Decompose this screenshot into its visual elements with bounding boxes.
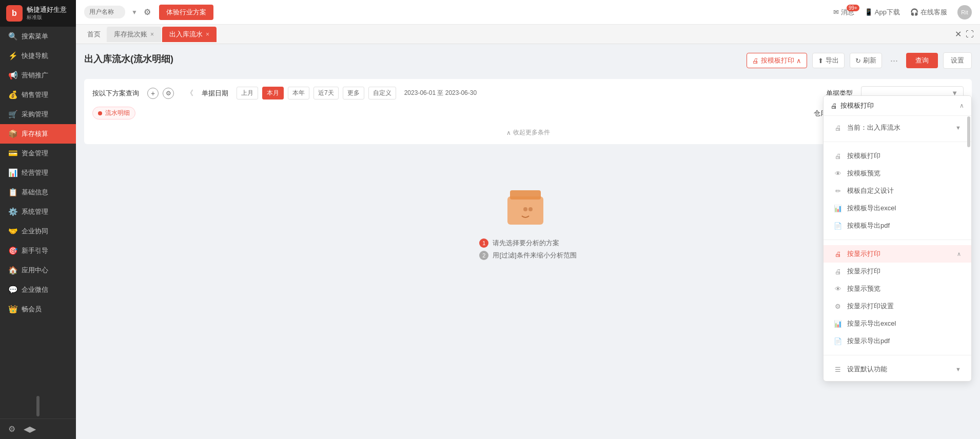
online-service-btn[interactable]: 🎧 在线客服: [910, 8, 947, 17]
dp-divider-2: [824, 240, 971, 240]
dp-display-arrow: ∧: [957, 251, 961, 257]
marketing-icon: 📢: [8, 71, 17, 80]
dp-template-pdf[interactable]: 📄 按模板导出pdf: [824, 217, 971, 234]
sidebar-item-apps[interactable]: 🏠应用中心: [0, 261, 76, 280]
sidebar: b 畅捷通好生意 标准版 🔍搜索菜单⚡快捷导航📢营销推广💰销售管理🛒采购管理📦库…: [0, 0, 76, 439]
dp-display-print[interactable]: 🖨 按显示打印: [824, 263, 971, 280]
dp-scrollbar[interactable]: [967, 116, 970, 147]
dp-set-default[interactable]: ☰ 设置默认功能 ▼: [824, 361, 971, 378]
empty-steps: 1 请先选择要分析的方案 2 用[过滤]条件来缩小分析范围: [479, 238, 576, 260]
date-custom[interactable]: 自定义: [368, 87, 396, 99]
tab-close-btn[interactable]: ✕: [955, 29, 962, 39]
sidebar-item-wechat[interactable]: 💬企业微信: [0, 280, 76, 300]
tabbar: 首页 库存批次账 × 出入库流水 × ✕ ⛶: [76, 25, 980, 44]
dp-display-pdf[interactable]: 📄 按显示导出pdf: [824, 332, 971, 350]
date-prev-month[interactable]: 上月: [237, 87, 258, 99]
topbar-settings-icon[interactable]: ⚙: [144, 7, 151, 17]
dp-default-section: ☰ 设置默认功能 ▼: [824, 357, 971, 381]
content-area: 出入库流水(流水明细) 🖨 按模板打印 ∧ ⬆ 导出 ↻ 刷新: [76, 44, 980, 439]
step-2-num: 2: [479, 251, 488, 260]
sidebar-item-search[interactable]: 🔍搜索菜单: [0, 27, 76, 46]
quicknav-icon: ⚡: [8, 51, 17, 61]
filter-settings-btn[interactable]: ⚙: [163, 88, 174, 99]
dp-default-arrow: ▼: [955, 366, 961, 372]
avatar[interactable]: Rit: [957, 5, 972, 19]
collapse-sidebar-icon[interactable]: ◀▶: [24, 424, 36, 434]
date-current-month[interactable]: 本月: [262, 87, 284, 99]
template-print-btn[interactable]: 🖨 按模板打印 ∧: [747, 53, 807, 68]
dp-dpreview-icon: 👁: [834, 285, 842, 293]
dp-current-template[interactable]: 🖨 当前：出入库流水 ▼: [824, 119, 971, 136]
inventory-icon: 📦: [8, 129, 17, 138]
basic-icon: 📋: [8, 188, 17, 197]
date-more[interactable]: 更多: [343, 87, 364, 99]
message-badge: 99+: [847, 5, 859, 11]
sidebar-item-basic[interactable]: 📋基础信息: [0, 183, 76, 202]
query-btn[interactable]: 查询: [906, 53, 938, 68]
sidebar-item-member[interactable]: 👑畅会员: [0, 300, 76, 319]
flow-detail-chip[interactable]: 流水明细: [92, 107, 135, 119]
refresh-icon: ↻: [855, 57, 861, 65]
sidebar-item-collab[interactable]: 🤝企业协同: [0, 222, 76, 241]
tab-close-flow[interactable]: ×: [206, 31, 209, 38]
collapse-more-btn[interactable]: ∧ 收起更多条件: [506, 128, 550, 137]
dp-template-custom[interactable]: ✏ 模板自定义设计: [824, 182, 971, 199]
svg-point-3: [528, 207, 533, 211]
tab-inventory-flow[interactable]: 出入库流水 ×: [162, 27, 217, 42]
main-content: 用户名称 ▼ ⚙ 体验行业方案 ✉ 消息 99+ 📱 App下载 🎧 在线客服 …: [76, 0, 980, 439]
wechat-icon: 💬: [8, 285, 17, 294]
export-btn[interactable]: ⬆ 导出: [812, 53, 845, 68]
refresh-btn[interactable]: ↻ 刷新: [850, 53, 882, 68]
tab-inventory-batch[interactable]: 库存批次账 ×: [107, 27, 161, 42]
sidebar-item-system[interactable]: ⚙️系统管理: [0, 202, 76, 222]
dp-display-print-settings[interactable]: ⚙ 按显示打印设置: [824, 297, 971, 315]
sidebar-item-newbie[interactable]: 🎯新手引导: [0, 241, 76, 261]
sidebar-item-finance[interactable]: 💳资金管理: [0, 144, 76, 163]
dp-template-preview[interactable]: 👁 按模板预览: [824, 165, 971, 182]
dp-template-print[interactable]: 🖨 按模板打印: [824, 147, 971, 165]
dp-current-arrow: ▼: [955, 125, 961, 131]
dp-collapse-arrow[interactable]: ∧: [959, 102, 964, 109]
sidebar-logo: b 畅捷通好生意 标准版: [0, 0, 76, 27]
dp-dpdf-icon: 📄: [834, 337, 842, 345]
finance-icon: 💳: [8, 149, 17, 158]
sidebar-item-inventory[interactable]: 📦库存核算: [0, 124, 76, 144]
app-download-btn[interactable]: 📱 App下载: [865, 8, 900, 17]
dp-display-section: 🖨 按显示打印 ∧ 🖨 按显示打印 👁 按显示预览 ⚙ 按显示打印设置: [824, 242, 971, 353]
sidebar-item-purchase[interactable]: 🛒采购管理: [0, 105, 76, 124]
date-label: 单据日期: [202, 89, 228, 98]
page-content: 出入库流水(流水明细) 🖨 按模板打印 ∧ ⬆ 导出 ↻ 刷新: [76, 44, 980, 439]
collapse-arrow-icon: ∧: [506, 129, 511, 136]
tab-home[interactable]: 首页: [82, 27, 106, 42]
user-dropdown-arrow[interactable]: ▼: [131, 9, 138, 16]
date-current-year[interactable]: 本年: [288, 87, 309, 99]
dp-tprint-icon: 🖨: [834, 152, 842, 160]
sidebar-item-sales[interactable]: 💰销售管理: [0, 85, 76, 105]
sales-icon: 💰: [8, 90, 17, 99]
sidebar-item-quicknav[interactable]: ⚡快捷导航: [0, 46, 76, 66]
settings-icon[interactable]: ⚙: [8, 424, 15, 434]
filter-add-btn[interactable]: +: [147, 88, 159, 99]
tab-close-batch[interactable]: ×: [150, 31, 154, 38]
tab-expand-btn[interactable]: ⛶: [966, 29, 974, 39]
sidebar-item-marketing[interactable]: 📢营销推广: [0, 66, 76, 85]
more-options-btn[interactable]: ···: [887, 55, 901, 66]
dp-template-section: 🖨 按模板打印 👁 按模板预览 ✏ 模板自定义设计 📊 按模板导出excel: [824, 144, 971, 237]
app-name: 畅捷通好生意: [27, 6, 67, 14]
dp-divider-1: [824, 142, 971, 142]
dp-display-preview[interactable]: 👁 按显示预览: [824, 280, 971, 297]
date-last-7days[interactable]: 近7天: [313, 87, 339, 99]
settings-btn[interactable]: 设置: [943, 52, 972, 69]
svg-point-2: [523, 207, 527, 211]
dp-dexcel-icon: 📊: [834, 320, 842, 328]
dp-tpreview-icon: 👁: [834, 169, 842, 177]
search-icon: 🔍: [8, 32, 17, 41]
trial-btn[interactable]: 体验行业方案: [159, 5, 213, 20]
sidebar-item-operations[interactable]: 📊经营管理: [0, 163, 76, 183]
message-btn[interactable]: ✉ 消息 99+: [833, 8, 854, 17]
dp-display-excel[interactable]: 📊 按显示导出excel: [824, 315, 971, 332]
filter-collapse-btn[interactable]: 《: [186, 89, 193, 98]
dp-template-excel[interactable]: 📊 按模板导出excel: [824, 199, 971, 217]
date-filter: 上月 本月 本年 近7天 更多 自定义: [237, 87, 396, 99]
user-selector[interactable]: 用户名称: [84, 6, 125, 18]
